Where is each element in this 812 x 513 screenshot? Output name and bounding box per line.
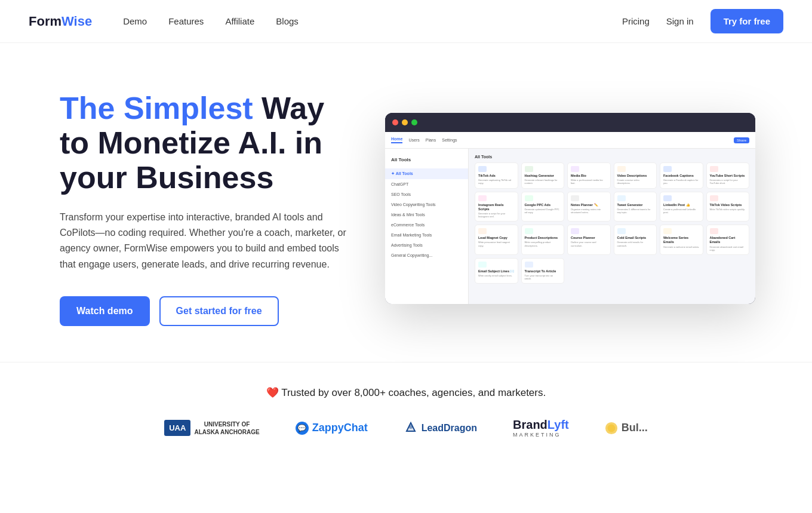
- tool-title: Instagram Reels Scripts: [478, 203, 515, 211]
- dashboard-mockup: Home Users Plans Settings Share All Tool…: [385, 113, 755, 304]
- tool-icon: [663, 166, 672, 172]
- tool-desc: Organize meeting notes into structured n…: [571, 208, 607, 214]
- trust-logos: UAA University ofAlaska Anchorage 💬 Zapp…: [0, 418, 812, 438]
- tool-yt-shorts: YouTube Short Scripts Generates a script…: [706, 162, 750, 189]
- hero-description: Transform your expertise into interactiv…: [60, 210, 352, 273]
- watch-demo-button[interactable]: Watch demo: [60, 296, 150, 326]
- tool-title: TikTok Video Scripts: [710, 203, 746, 207]
- tool-icon: [525, 195, 533, 201]
- hero-content: The Simplest Way to Monetize A.I. in you…: [60, 91, 352, 326]
- tool-icon: [571, 195, 579, 201]
- tool-title: Lead Magnet Copy: [478, 236, 515, 240]
- tool-icon: [663, 195, 672, 201]
- get-started-button[interactable]: Get started for free: [159, 296, 279, 326]
- brandlyft-logo: BrandLyft Marketing: [513, 418, 569, 438]
- mockup-main: All Tools TikTok Ads Generate captivatin…: [469, 149, 755, 304]
- mockup-titlebar: [385, 113, 755, 132]
- tool-icon: [525, 166, 533, 172]
- tool-hashtag: Hashtag Generator Generate relevant hash…: [521, 162, 565, 189]
- tool-icon: [710, 195, 718, 201]
- tool-title: YouTube Short Scripts: [710, 174, 746, 178]
- tool-desc: Write a professional media bio fast.: [571, 179, 607, 185]
- tool-title: Product Descriptions: [525, 236, 561, 240]
- zappychat-logo: 💬 ZappyChat: [296, 422, 368, 435]
- tool-icon: [571, 166, 579, 172]
- tool-icon: [571, 228, 579, 234]
- tool-icon: [478, 195, 487, 201]
- tool-desc: Generate a Facebook caption for you.: [663, 179, 700, 185]
- tool-title: TikTok Ads: [478, 174, 515, 178]
- tool-icon: [525, 262, 533, 268]
- tool-icon: [617, 228, 626, 234]
- tool-transcript: Transcript To Article Turn your transcri…: [521, 258, 565, 284]
- mockup-sidebar: All Tools ✦ All Tools ChatGPT SEO Tools …: [385, 149, 469, 304]
- nav-pricing[interactable]: Pricing: [622, 16, 650, 26]
- tab-users: Users: [408, 138, 419, 142]
- tool-desc: Outline your course and curriculum.: [571, 241, 607, 247]
- uaa-logo: UAA University ofAlaska Anchorage: [164, 420, 259, 436]
- hero-title-highlight: The Simplest: [60, 91, 253, 125]
- tool-desc: Turn your transcript into an article.: [525, 274, 561, 280]
- nav-left: FormWise Demo Features Affiliate Blogs: [29, 14, 299, 29]
- tool-tiktok-video: TikTok Video Scripts Write TikTok video …: [706, 192, 750, 222]
- tool-desc: Generates a script for your YouTube shor…: [710, 179, 746, 185]
- tool-desc: Write TikTok video scripts quickly.: [710, 208, 746, 211]
- tool-course-planner: Course Planner Outline your course and c…: [567, 225, 611, 255]
- zappy-name: ZappyChat: [312, 422, 368, 434]
- nav-blogs[interactable]: Blogs: [276, 16, 299, 26]
- tool-title: Transcript To Article: [525, 269, 561, 274]
- sidebar-advertising: Advertising Tools: [385, 240, 468, 250]
- try-free-button[interactable]: Try for free: [710, 9, 783, 33]
- sidebar-chatgpt: ChatGPT: [385, 179, 468, 189]
- tool-title: Media Bio: [571, 174, 607, 178]
- tool-tweet: Tweet Generator Generates 5 different tw…: [614, 192, 657, 222]
- nav-demo[interactable]: Demo: [123, 16, 147, 26]
- tool-tiktok-ads: TikTok Ads Generate captivating TikTok a…: [475, 162, 518, 189]
- mockup-topbar: Home Users Plans Settings Share: [385, 132, 755, 149]
- tool-notes: Notes Planner ✏️ Organize meeting notes …: [567, 192, 611, 222]
- nav-features[interactable]: Features: [168, 16, 204, 26]
- nav-right: Pricing Sign in Try for free: [622, 9, 783, 33]
- tool-icon: [617, 166, 626, 172]
- tool-icon: [478, 166, 487, 172]
- trust-text: ❤️ Trusted by over 8,000+ coaches, agenc…: [0, 386, 812, 399]
- tool-desc: Create a professional LinkedIn post.: [663, 208, 700, 214]
- tool-desc: Generate relevant hashtags for content.: [525, 179, 561, 185]
- hero-section: The Simplest Way to Monetize A.I. in you…: [0, 43, 812, 362]
- nav-signin[interactable]: Sign in: [666, 16, 694, 26]
- tool-desc: Generate abandoned cart email copy.: [710, 245, 746, 251]
- svg-point-1: [409, 425, 413, 429]
- zappy-icon: 💬: [296, 422, 309, 435]
- tool-desc: Generate optimized Google PPC ad copy.: [525, 208, 561, 214]
- tool-title: Video Descriptions: [617, 174, 654, 178]
- sidebar-general: General Copywriting...: [385, 250, 468, 260]
- tool-title: Google PPC Ads: [525, 203, 561, 207]
- tool-welcome-emails: Welcome Series Emails Generate a welcome…: [660, 225, 703, 255]
- tool-cold-email: Cold Email Scripts Generate cold emails …: [614, 225, 657, 255]
- tool-icon: [525, 228, 533, 234]
- tool-icon: [478, 228, 487, 234]
- tool-subject-lines: Email Subject Lines ✉️ Write catchy emai…: [475, 258, 518, 284]
- tool-google-ppc: Google PPC Ads Generate optimized Google…: [521, 192, 565, 222]
- uaa-box: UAA: [164, 420, 190, 436]
- brand-sub: Marketing: [513, 432, 561, 438]
- tab-settings: Settings: [442, 138, 457, 142]
- tool-desc: Generate a script for your Instagram ree…: [478, 212, 515, 218]
- tool-desc: Create concise video descriptions.: [617, 179, 654, 185]
- logo[interactable]: FormWise: [29, 14, 92, 29]
- tool-title: Course Planner: [571, 236, 607, 240]
- tools-grid: TikTok Ads Generate captivating TikTok a…: [475, 162, 749, 284]
- brand-name: BrandLyft: [513, 418, 569, 432]
- dot-red: [392, 119, 398, 125]
- tool-title: Welcome Series Emails: [663, 236, 700, 244]
- tool-icon: [710, 166, 718, 172]
- tool-ig-reels: Instagram Reels Scripts Generate a scrip…: [475, 192, 518, 222]
- tool-desc: Generate a welcome email series.: [663, 245, 700, 248]
- dot-yellow: [402, 119, 408, 125]
- tool-lead-magnet: Lead Magnet Copy Write persuasive lead m…: [475, 225, 518, 255]
- lead-icon: [404, 421, 418, 435]
- partial-logo: Bul...: [605, 422, 648, 435]
- tool-title: Email Subject Lines ✉️: [478, 269, 515, 274]
- tab-plans: Plans: [426, 138, 436, 142]
- nav-affiliate[interactable]: Affiliate: [225, 16, 254, 26]
